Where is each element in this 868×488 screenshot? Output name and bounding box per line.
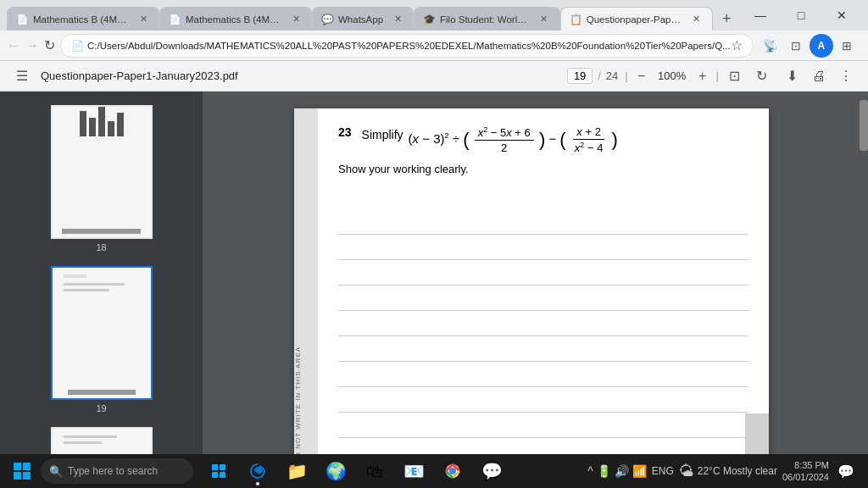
bookmark-icon[interactable]: ☆ xyxy=(731,37,743,53)
tab-filo[interactable]: 🎓 Filo Student: World's <... ✕ xyxy=(414,7,560,30)
tab-close-whatsapp[interactable]: ✕ xyxy=(391,13,404,26)
zoom-out-button[interactable]: − xyxy=(632,66,652,86)
taskview-icon xyxy=(211,463,226,479)
more-options-button[interactable]: ⋮ xyxy=(834,64,858,88)
whatsapp-pin[interactable]: 💬 xyxy=(473,454,510,488)
fraction2-num: x + 2 xyxy=(573,125,604,140)
close-big-paren2: ) xyxy=(612,129,618,150)
system-tray: ^ 🔋 🔊 📶 xyxy=(587,464,647,478)
close-button[interactable]: ✕ xyxy=(822,0,861,30)
svg-rect-0 xyxy=(212,464,218,470)
tab-questionpaper[interactable]: 📋 Questionpaper-Paper1-J... ✕ xyxy=(560,7,713,30)
watermark-top: DO NOT WRITE IN THIS AREA xyxy=(294,108,318,488)
scrollbar-thumb[interactable] xyxy=(860,100,868,151)
thumbnail-page18[interactable]: 18 xyxy=(0,98,203,259)
thumb-img-19 xyxy=(51,266,153,400)
menu-icon[interactable]: ⋮ xyxy=(860,34,868,58)
taskbar-search[interactable]: 🔍 Type here to search xyxy=(41,458,193,484)
expr-x: x xyxy=(413,131,420,146)
wifi-icon[interactable]: 📶 xyxy=(632,464,647,478)
profile-button[interactable]: A xyxy=(810,34,833,58)
thumbnail-page19[interactable]: 19 xyxy=(0,259,203,420)
zoom-in-button[interactable]: + xyxy=(693,66,713,86)
screenshot-icon[interactable]: ⊡ xyxy=(784,34,808,58)
bar4 xyxy=(108,121,114,136)
forward-button[interactable]: → xyxy=(25,34,39,58)
fit-page-button[interactable]: ⊡ xyxy=(722,64,746,88)
maximize-button[interactable]: □ xyxy=(782,0,821,30)
battery-icon[interactable]: 🔋 xyxy=(597,464,611,478)
clock-date: 06/01/2024 xyxy=(782,471,829,483)
clock-time: 8:35 PM xyxy=(782,459,829,471)
open-big-paren2: ( xyxy=(559,129,565,150)
back-button[interactable]: ← xyxy=(7,34,20,58)
chrome-icon xyxy=(444,463,461,480)
notification-button[interactable]: 💬 xyxy=(834,454,858,488)
start-button[interactable] xyxy=(3,454,41,488)
main-content: 18 19 xyxy=(0,92,868,488)
edge-browser-pin[interactable] xyxy=(239,454,276,488)
answer-line-2 xyxy=(338,235,748,260)
answer-area xyxy=(338,209,748,488)
weather-widget[interactable]: 🌤 22°C Mostly clear xyxy=(679,463,777,480)
pdf-page: DO NOT WRITE IN THIS AREA 23 Simplify (x… xyxy=(294,108,769,488)
thumb-inner-18 xyxy=(53,107,151,237)
page-separator: / xyxy=(598,69,601,82)
tab-favicon-filo: 🎓 xyxy=(423,14,435,25)
reload-button[interactable]: ↻ xyxy=(44,34,55,58)
new-tab-button[interactable]: + xyxy=(716,7,737,30)
tab-close-math2[interactable]: ✕ xyxy=(289,13,303,26)
address-input[interactable]: 📄 C:/Users/Abdul/Downloads/MATHEMATICS%2… xyxy=(60,34,754,58)
file-protocol-icon: 📄 xyxy=(71,40,84,52)
tl2 xyxy=(64,283,125,286)
bar3 xyxy=(98,107,105,136)
tab-math2[interactable]: 📄 Mathematics B (4MB1) P... ✕ xyxy=(159,7,312,30)
expr-sq: 2 xyxy=(445,131,449,140)
page-number-input[interactable] xyxy=(567,68,593,84)
tab-close-math1[interactable]: ✕ xyxy=(136,13,150,26)
tab-close-filo[interactable]: ✕ xyxy=(537,13,551,26)
minimize-button[interactable]: — xyxy=(741,0,780,30)
download-button[interactable]: ⬇ xyxy=(780,64,804,88)
tab-math1[interactable]: 📄 Mathematics B (4MB1) P... ✕ xyxy=(7,7,159,30)
cast-icon[interactable]: 📡 xyxy=(759,34,782,58)
windows-logo-icon xyxy=(14,463,31,480)
rotate-button[interactable]: ↻ xyxy=(749,64,773,88)
print-button[interactable]: 🖨 xyxy=(807,64,831,88)
thumb-lines-20 xyxy=(64,435,140,447)
question-23: 23 Simplify (x − 3)2 ÷ ( x2 − 5x + 6 2 ) xyxy=(338,125,748,154)
question-intro: Simplify xyxy=(362,125,403,144)
clock-widget[interactable]: 8:35 PM 06/01/2024 xyxy=(782,459,829,484)
show-working-text: Show your working clearly. xyxy=(338,163,748,175)
answer-line-3 xyxy=(338,260,748,286)
pdf-viewer-area[interactable]: DO NOT WRITE IN THIS AREA 23 Simplify (x… xyxy=(203,92,860,488)
mail-pin[interactable]: 📧 xyxy=(395,454,432,488)
cortana-pin[interactable]: 🌍 xyxy=(317,454,354,488)
fraction1-num: x2 − 5x + 6 xyxy=(475,125,534,141)
toolbar-separator2: | xyxy=(716,69,719,82)
store-pin[interactable]: 🛍 xyxy=(356,454,393,488)
tab-whatsapp[interactable]: 💬 WhatsApp ✕ xyxy=(312,7,414,30)
chevron-icon[interactable]: ^ xyxy=(587,464,593,478)
taskview-button[interactable] xyxy=(200,454,237,488)
answer-line-9 xyxy=(338,413,748,438)
thumb-footer-19 xyxy=(68,390,136,395)
edge-icon xyxy=(249,463,266,480)
close-big-paren1: ) xyxy=(539,129,545,150)
toolbar-right-actions: ⬇ 🖨 ⋮ xyxy=(780,64,858,88)
file-explorer-pin[interactable]: 📁 xyxy=(278,454,315,488)
expr-minus: − xyxy=(548,131,559,146)
taskbar-right: ^ 🔋 🔊 📶 ENG 🌤 22°C Mostly clear 8:35 PM … xyxy=(587,454,865,488)
sidebar-toggle-button[interactable]: ☰ xyxy=(10,64,34,88)
zoom-control: | − 100% + | ⊡ ↻ xyxy=(625,64,773,88)
tab-close-qp[interactable]: ✕ xyxy=(690,13,704,26)
pdf-scrollbar[interactable] xyxy=(860,92,868,488)
pdf-page-content: 23 Simplify (x − 3)2 ÷ ( x2 − 5x + 6 2 ) xyxy=(318,108,769,488)
chrome-pin[interactable] xyxy=(434,454,471,488)
volume-icon[interactable]: 🔊 xyxy=(615,464,629,478)
svg-rect-2 xyxy=(212,472,218,478)
zoom-value: 100% xyxy=(655,69,689,82)
extensions-icon[interactable]: ⊞ xyxy=(835,34,859,58)
language-indicator[interactable]: ENG xyxy=(652,465,674,477)
tab-favicon-qp: 📋 xyxy=(570,14,581,25)
